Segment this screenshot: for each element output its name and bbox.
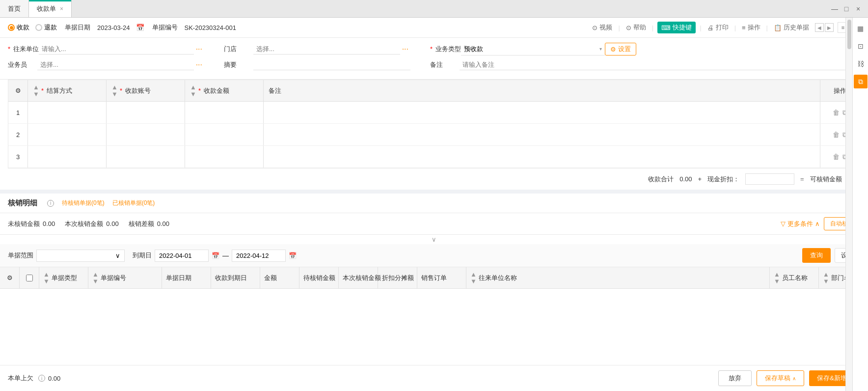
history-button[interactable]: 📋 历史单据 [772, 22, 811, 33]
dth-from-unit-label: 往来单位名称 [479, 274, 517, 282]
dth-check [20, 267, 39, 288]
diff-value: 0.00 [157, 220, 169, 227]
shortcut-label: 快捷键 [673, 23, 692, 32]
row1-delete-icon[interactable]: 🗑 [833, 109, 840, 116]
tab-active[interactable]: 收款单 × [29, 0, 72, 17]
dth-pending: 待核销金额 [299, 267, 339, 288]
tab-home[interactable]: 首页 [0, 0, 29, 17]
note-input[interactable] [460, 59, 860, 70]
staff-input[interactable] [37, 59, 194, 70]
shortcut-icon: ⌨ [661, 24, 671, 31]
action-icon: ≡ [742, 24, 746, 31]
row3-remark[interactable] [264, 146, 820, 168]
receive-radio[interactable]: 收款 [8, 23, 29, 32]
shop-input[interactable] [253, 44, 400, 55]
row3-account[interactable] [107, 146, 185, 168]
row1-amount[interactable] [185, 102, 264, 123]
verification-title: 核销明细 [8, 198, 37, 208]
party-input[interactable] [39, 44, 194, 55]
row2-amount[interactable] [185, 124, 264, 145]
video-button[interactable]: ⊙ 视频 [590, 22, 614, 33]
settings-icon2: ⚙ [7, 274, 13, 281]
discard-button[interactable]: 放弃 [718, 370, 752, 386]
nav-prev[interactable]: ◀ [815, 23, 824, 32]
shop-more-button[interactable]: ··· [400, 45, 410, 54]
row2-remark[interactable] [264, 124, 820, 145]
more-conditions-button[interactable]: ▽ 更多条件 ∧ [781, 220, 820, 228]
chevron-up-icon: ∧ [815, 220, 820, 227]
save-draft-button[interactable]: 保存草稿 ∧ [757, 370, 804, 386]
info-icon2[interactable]: i [38, 375, 45, 382]
verification-header: 核销明细 i 待核销单据(0笔) 已核销单据(0笔) [0, 194, 868, 213]
th-remark: 备注 [264, 80, 820, 101]
minimize-button[interactable]: — [831, 5, 839, 13]
done-tab[interactable]: 已核销单据(0笔) [112, 199, 155, 207]
tab-close-icon[interactable]: × [60, 5, 63, 12]
bill-range-select[interactable]: ∨ [36, 250, 125, 262]
query-button[interactable]: 查询 [802, 248, 831, 263]
dth-bill-type-label: 单据类型 [52, 274, 77, 282]
scrollbar[interactable] [845, 18, 852, 391]
th-settlement-label: 结算方式 [47, 86, 72, 95]
biz-type-select[interactable]: 预收款 ▾ [461, 43, 605, 56]
help-label: 帮助 [633, 23, 646, 32]
diff-label: 核销差额 [129, 220, 154, 228]
sidebar-table-icon[interactable]: ▦ [854, 22, 868, 35]
dth-amount: 金额 [260, 267, 299, 288]
due-date-label: 到期日 [133, 251, 152, 260]
row2-settlement[interactable] [28, 124, 107, 145]
calendar-from-icon[interactable]: 📅 [212, 252, 219, 259]
due-date-from-input[interactable] [155, 250, 209, 262]
sort-icon8: ▲▼ [823, 271, 829, 284]
refund-radio[interactable]: 退款 [35, 23, 57, 32]
summary-input[interactable] [253, 59, 410, 70]
th-gear[interactable]: ⚙ [8, 80, 28, 101]
dth-gear[interactable]: ⚙ [0, 267, 20, 288]
refund-radio-circle [35, 24, 42, 31]
staff-more-button[interactable]: ··· [194, 60, 204, 69]
summary-field: 摘要 [224, 59, 410, 70]
info-icon[interactable]: i [47, 200, 54, 207]
receipt-table: ⚙ ▲▼ * 结算方式 ▲▼ * 收款账号 ▲▼ * 收款金额 备注 操作 [8, 80, 860, 168]
row1-settlement[interactable] [28, 102, 107, 123]
scrollbar-thumb[interactable] [847, 20, 851, 49]
row3-amount[interactable] [185, 146, 264, 168]
receive-radio-circle [8, 24, 15, 31]
biz-settings-button[interactable]: ⚙ 设置 [605, 43, 636, 56]
dth-bill-date: 单据日期 [162, 267, 211, 288]
collapse-button[interactable]: ∨ [0, 235, 868, 244]
due-date-to-input[interactable] [232, 250, 286, 262]
bill-no-value: SK-20230324-001 [185, 24, 237, 31]
sidebar-link-icon[interactable]: ⛓ [854, 57, 868, 71]
sidebar-screen-icon[interactable]: ⧉ [854, 75, 868, 88]
shop-label: 门店 [224, 45, 253, 54]
party-more-button[interactable]: ··· [194, 45, 204, 54]
row2-account[interactable] [107, 124, 185, 145]
table-row: 1 🗑 ⧉ [8, 102, 860, 124]
row1-account[interactable] [107, 102, 185, 123]
prev-value: 0.00 [48, 375, 60, 382]
help-button[interactable]: ⊙ 帮助 [624, 22, 648, 33]
close-button[interactable]: × [854, 5, 862, 13]
th-amount-label: 收款金额 [204, 86, 229, 95]
date-calendar-icon[interactable]: 📅 [136, 24, 144, 31]
row1-remark[interactable] [264, 102, 820, 123]
sidebar-inbox-icon[interactable]: ⊡ [854, 39, 868, 53]
row3-settlement[interactable] [28, 146, 107, 168]
row3-delete-icon[interactable]: 🗑 [833, 153, 840, 161]
action-button[interactable]: ≡ 操作 [740, 22, 762, 33]
row2-delete-icon[interactable]: 🗑 [833, 131, 840, 139]
nav-next[interactable]: ▶ [825, 23, 834, 32]
discount-input[interactable] [745, 173, 794, 185]
bottom-bar: 本单上欠 i 0.00 放弃 保存草稿 ∧ 保存&新增 ∧ [0, 365, 868, 391]
dth-this-verify-label: 本次核销金额 [343, 274, 381, 282]
dth-amount-label: 金额 [264, 274, 277, 282]
party-label: * 往来单位 [8, 45, 39, 54]
select-all-checkbox[interactable] [26, 275, 33, 281]
shortcut-button[interactable]: ⌨ 快捷键 [657, 22, 696, 33]
print-button[interactable]: 🖨 打印 [705, 22, 731, 33]
total-label: 收款合计 [648, 175, 674, 184]
maximize-button[interactable]: □ [842, 5, 850, 13]
calendar-to-icon[interactable]: 📅 [289, 252, 297, 259]
pending-tab[interactable]: 待核销单据(0笔) [62, 199, 105, 207]
